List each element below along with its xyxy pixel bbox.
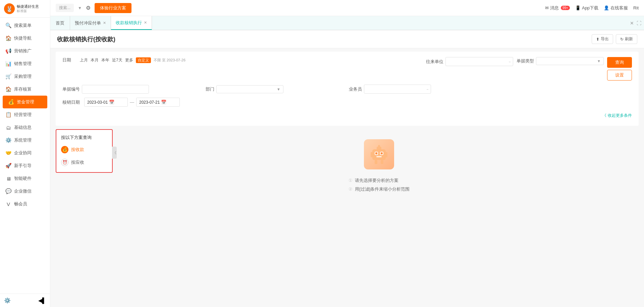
app-logo: 🐰 畅捷通好生意 标准版 — [0, 0, 50, 18]
panel-collapse-arrow[interactable]: 《 — [112, 147, 117, 159]
date-no-limit: 不限 至 2023-07-26 — [154, 58, 185, 63]
sidebar-item-inventory-label: 库存核算 — [14, 86, 32, 92]
inventory-icon: 🏠 — [5, 86, 11, 92]
app-name: 畅捷通好生意 — [17, 4, 39, 9]
svg-rect-0 — [372, 149, 386, 160]
topbar-gear-icon[interactable]: ⚙ — [86, 5, 91, 11]
salesman-label: 业务员 — [349, 86, 362, 92]
tab-prepay-close[interactable]: ✕ — [103, 21, 106, 25]
sidebar-item-hardware[interactable]: 🖥 智能硬件 — [0, 172, 50, 185]
refresh-icon: ↻ — [620, 37, 624, 42]
date-7days[interactable]: 近7天 — [112, 57, 122, 63]
industry-btn[interactable]: 体验行业方案 — [95, 3, 131, 13]
left-panel-title: 按以下方案查询 — [56, 133, 112, 143]
query-btn[interactable]: 查询 — [607, 57, 632, 68]
sidebar-item-marketing-label: 营销推广 — [14, 48, 32, 54]
sidebar-item-finance[interactable]: 💰 资金管理 — [3, 96, 47, 108]
empty-tip-1: ① 请先选择要分析的方案 — [348, 176, 410, 185]
tab-prepay-label: 预付冲应付单 — [75, 20, 101, 26]
tab-verify-label: 收款核销执行 — [116, 20, 142, 26]
date-range-sep: — — [130, 100, 134, 105]
online-service-btn[interactable]: 👤 在线客服 — [604, 5, 628, 11]
bill-no-input[interactable] — [82, 85, 149, 94]
panel-item-receipt-label: 按收款 — [71, 147, 84, 153]
sidebar-item-sales[interactable]: 📊 销售管理 — [0, 57, 50, 70]
left-nav-panel: 按以下方案查询 💰 按收款 ⏰ 按应收 《 — [56, 129, 113, 173]
operations-icon: 📋 — [5, 112, 11, 118]
verify-date-end-value: 2023-07-21 — [139, 100, 160, 105]
svg-rect-10 — [377, 147, 381, 150]
salesman-input[interactable]: ··· — [364, 85, 431, 94]
dept-arrow: ▼ — [277, 87, 280, 91]
sidebar-item-search-label: 搜索菜单 — [14, 22, 32, 29]
sidebar-item-basic-info[interactable]: 🗂 基础信息 — [0, 121, 50, 134]
sidebar-item-system[interactable]: ⚙️ 系统管理 — [0, 134, 50, 147]
export-label: 导出 — [601, 36, 609, 42]
empty-illustration — [364, 139, 394, 169]
sidebar-item-search[interactable]: 🔍 搜索菜单 — [0, 19, 50, 32]
system-icon: ⚙️ — [5, 137, 11, 143]
calendar-end-icon[interactable]: 📅 — [161, 100, 166, 105]
search-icon: 🔍 — [5, 22, 11, 29]
date-this-month[interactable]: 本月 — [91, 57, 99, 63]
topbar-right: ✉ 消息 99+ 📱 App下载 👤 在线客服 Rit — [545, 5, 639, 11]
tab-bar-end: ✕ ⛶ — [627, 20, 644, 26]
svg-rect-3 — [375, 152, 377, 154]
bill-type-select[interactable]: ▼ — [536, 57, 604, 65]
dept-select[interactable]: ▼ — [216, 85, 283, 93]
date-more[interactable]: 更多 — [125, 57, 133, 63]
export-btn[interactable]: ⬆ 导出 — [592, 34, 613, 44]
sidebar-item-quick-nav[interactable]: 🏠 快捷导航 — [0, 32, 50, 45]
svg-rect-4 — [381, 152, 383, 154]
verify-date-start-value: 2023-03-01 — [87, 100, 108, 105]
sidebar-item-purchase-label: 采购管理 — [14, 73, 32, 80]
date-custom[interactable]: 自定义 — [136, 57, 151, 63]
tab-verify-close[interactable]: ✕ — [144, 20, 147, 25]
user-name-display[interactable]: Rit — [633, 5, 639, 10]
tab-expand-icon[interactable]: ⛶ — [637, 20, 641, 26]
message-btn[interactable]: ✉ 消息 99+ — [545, 5, 570, 11]
svg-rect-6 — [371, 152, 373, 157]
app-name-block: 畅捷通好生意 标准版 — [17, 4, 39, 13]
bill-type-arrow: ▼ — [597, 59, 601, 63]
topbar-search-placeholder: 搜索... — [59, 5, 70, 11]
tab-home[interactable]: 首页 — [50, 16, 70, 30]
verify-date-end-input[interactable]: 2023-07-21 📅 — [136, 98, 180, 107]
verify-date-start-input[interactable]: 2023-03-01 📅 — [84, 98, 128, 107]
refresh-label: 刷新 — [625, 36, 633, 42]
app-download-btn[interactable]: 📱 App下载 — [575, 5, 598, 11]
sidebar-item-wechat[interactable]: 💬 企业微信 — [0, 185, 50, 198]
tab-home-label: 首页 — [56, 20, 64, 26]
tab-verify[interactable]: 收款核销执行 ✕ — [111, 16, 152, 30]
sidebar-item-guide-label: 新手引导 — [14, 163, 32, 169]
collapse-btn[interactable]: 《 收起更多条件 — [602, 111, 632, 120]
sidebar-item-enterprise[interactable]: 🤝 企业协同 — [0, 147, 50, 159]
topbar-search[interactable]: 搜索... — [56, 4, 74, 12]
counterparty-dots[interactable]: ··· — [508, 59, 510, 64]
verify-date-label: 核销日期 — [62, 99, 81, 105]
sidebar-item-marketing[interactable]: 📢 营销推广 — [0, 45, 50, 57]
refresh-btn[interactable]: ↻ 刷新 — [616, 34, 637, 44]
collapse-chevron-icon: 《 — [602, 113, 606, 118]
sidebar-item-inventory[interactable]: 🏠 库存核算 — [0, 83, 50, 96]
date-last-month[interactable]: 上月 — [80, 57, 88, 63]
calendar-start-icon[interactable]: 📅 — [109, 100, 114, 105]
tab-close-all-icon[interactable]: ✕ — [630, 20, 634, 26]
svg-rect-9 — [381, 160, 383, 164]
tab-prepay[interactable]: 预付冲应付单 ✕ — [70, 16, 111, 30]
sidebar: 🐰 畅捷通好生意 标准版 🔍 搜索菜单 🏠 快捷导航 📢 营销推广 📊 销售管理… — [0, 0, 50, 307]
collapse-sidebar-icon[interactable]: ◀▌ — [38, 297, 46, 304]
sidebar-item-member[interactable]: V 畅会员 — [0, 198, 50, 210]
settings-btn[interactable]: 设置 — [607, 70, 632, 81]
topbar-chevron-icon[interactable]: ▼ — [78, 6, 82, 10]
empty-tip-2-text: 用[过滤]条件来缩小分析范围 — [355, 187, 410, 192]
panel-item-by-receipt[interactable]: 💰 按收款 — [56, 143, 112, 156]
finance-icon: 💰 — [8, 99, 14, 105]
date-this-year[interactable]: 本年 — [101, 57, 109, 63]
settings-icon[interactable]: ⚙️ — [4, 297, 11, 304]
sidebar-item-guide[interactable]: 🚀 新手引导 — [0, 159, 50, 172]
sidebar-item-operations[interactable]: 📋 经营管理 — [0, 108, 50, 121]
sales-icon: 📊 — [5, 61, 11, 67]
sidebar-item-purchase[interactable]: 🛒 采购管理 — [0, 70, 50, 83]
panel-item-by-receivable[interactable]: ⏰ 按应收 — [56, 156, 112, 169]
